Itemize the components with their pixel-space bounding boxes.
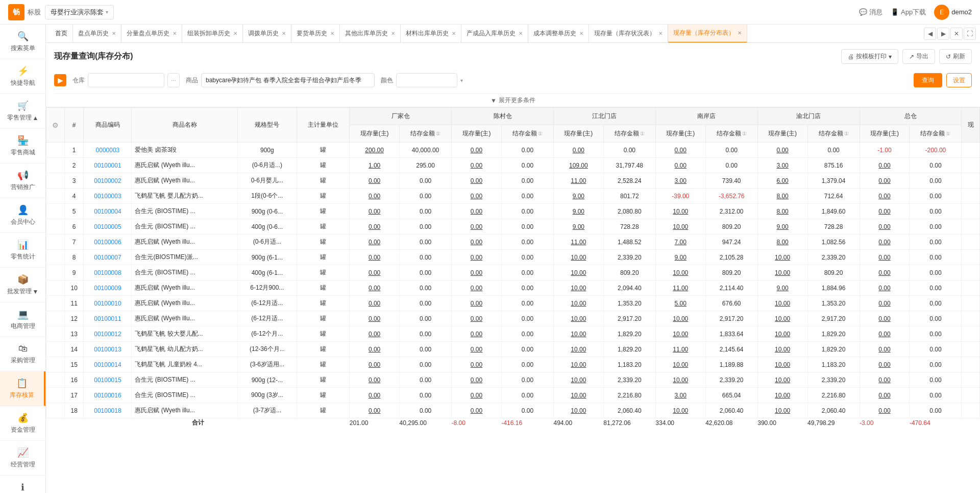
row-cm-qty: 0.00 [452,342,502,357]
table-row: 3 00100002 惠氏启赋 (Wyeth illu... 0-6月婴儿...… [46,173,980,189]
row-fac-qty: 0.00 [350,173,400,189]
top-bar-right: 💬 消息 📱 App下载 E demo2 [859,5,972,20]
tab-prev-btn[interactable]: ◀ [924,28,936,40]
refresh-btn[interactable]: ↺ 刷新 [939,49,972,64]
row-total-qty: 0.00 [860,234,910,250]
print-btn[interactable]: 🖨 按模板打印 ▾ [841,49,898,64]
sidebar-item-retail-stat[interactable]: 📊 零售统计 [0,233,45,268]
settings-button[interactable]: 设置 [946,73,972,87]
product-input[interactable] [201,73,375,87]
gear-icon[interactable]: ⚙ [52,121,59,129]
warehouse-input[interactable] [88,73,164,87]
row-name: 飞鹤星飞帆 较大婴儿配... [132,326,237,342]
summary-fac-amt: 40,295.00 [400,418,452,428]
row-code: 00100012 [84,326,132,342]
tab-order-history[interactable]: 要货单历史 ✕ [291,25,340,43]
close-icon[interactable]: ✕ [658,31,663,36]
sidebar-item-label: 快捷导航 [11,79,35,87]
app-download-btn[interactable]: 📱 App下载 [891,8,926,17]
sidebar-item-search[interactable]: 🔍 搜索英单 [0,25,45,59]
close-icon[interactable]: ✕ [579,31,583,36]
row-name: 飞鹤星飞帆 幼儿配方奶... [132,342,237,357]
sidebar-item-member[interactable]: 👤 会员中心 [0,198,45,233]
row-na-amt: 809.20 [705,219,757,234]
row-settings [46,403,65,418]
info-icon: ① [538,131,543,136]
product-field: 商品 [186,73,375,87]
sidebar-item-retail-shop[interactable]: 🏪 零售商城 [0,129,45,163]
tab-product-in-history[interactable]: 产成品入库单历史 ✕ [461,25,528,43]
user-profile[interactable]: E demo2 [934,5,972,20]
close-icon[interactable]: ✕ [519,31,523,36]
row-current [962,388,980,403]
close-icon[interactable]: ✕ [452,31,456,36]
row-settings [46,388,65,403]
row-no: 8 [65,250,84,265]
sidebar-item-wholesale[interactable]: 📦 批发管理 ▼ [0,268,45,302]
tab-assembly-history[interactable]: 组装拆卸单历史 ✕ [182,25,243,43]
row-unit: 罐 [297,173,349,189]
row-na-qty: 7.00 [655,234,705,250]
expand-more-btn[interactable]: ▼ 展开更多条件 [54,93,972,107]
row-cm-qty: 0.00 [452,357,502,372]
sidebar-item-shortcut[interactable]: ⚡ 快捷导航 [0,59,45,94]
sidebar-item-ecommerce[interactable]: 💻 电商管理 [0,302,45,337]
query-button[interactable]: 查询 [914,73,942,87]
tab-expand-btn[interactable]: ⛶ [964,28,976,40]
col-fac-amt: 结存金额① [400,125,452,143]
close-icon[interactable]: ✕ [391,31,395,36]
tab-spot-history[interactable]: 盘点单历史 ✕ [73,25,121,43]
row-code: 00100018 [84,403,132,418]
row-fac-amt: 0.00 [400,372,452,388]
row-settings [46,280,65,296]
tab-material-out-history[interactable]: 材料出库单历史 ✕ [401,25,461,43]
row-spec: (3-6岁适用... [237,357,297,372]
table-row: 18 00100018 惠氏启赋 (Wyeth illu... (3-7岁适..… [46,403,980,418]
close-icon[interactable]: ✕ [330,31,334,36]
tab-cost-adjust-history[interactable]: 成本调整单历史 ✕ [528,25,589,43]
tab-transfer-history[interactable]: 调拨单历史 ✕ [243,25,291,43]
tab-category-history[interactable]: 分量盘点单历史 ✕ [121,25,182,43]
row-total-amt: 0.00 [910,403,962,418]
tab-home[interactable]: 首页 [50,25,73,43]
tab-next-btn[interactable]: ▶ [937,28,949,40]
sidebar-item-basic[interactable]: ℹ 基础信息 [0,476,45,493]
row-settings [46,143,65,158]
export-btn[interactable]: ↗ 导出 [902,49,935,64]
row-jb-amt: 2,528.24 [603,173,655,189]
color-input[interactable] [396,73,457,87]
tab-stock-dist[interactable]: 现存量（库存分布表） ✕ [668,25,747,43]
warehouse-dots-btn[interactable]: ··· [167,73,180,87]
row-total-qty: 0.00 [860,219,910,234]
close-icon[interactable]: ✕ [112,31,116,36]
tab-stock-status[interactable]: 现存量（库存状况表） ✕ [589,25,668,43]
sidebar-item-operations[interactable]: 📈 经营管理 [0,441,45,476]
col-group-yb: 渝北门店 [757,108,860,125]
tab-close-btn[interactable]: ✕ [950,28,963,40]
expand-collapse-btn[interactable]: ▶ [54,74,66,86]
close-icon[interactable]: ✕ [282,31,286,36]
close-icon[interactable]: ✕ [173,31,177,36]
tab-other-out-history[interactable]: 其他出库单历史 ✕ [340,25,401,43]
row-yb-amt: 1,183.20 [807,357,860,372]
messages-btn[interactable]: 💬 消息 [859,8,883,17]
sidebar-item-inventory[interactable]: 📋 库存核算 [0,371,45,406]
row-unit: 罐 [297,250,349,265]
store-selector[interactable]: 母婴行业演示陈套 ▾ [45,5,114,19]
sidebar-item-marketing[interactable]: 📢 营销推广 [0,163,45,198]
sidebar-item-purchase[interactable]: 🛍 采购管理 [0,337,45,371]
row-unit: 罐 [297,403,349,418]
close-icon[interactable]: ✕ [738,30,742,36]
sidebar-item-retail[interactable]: 🛒 零售管理 ▲ [0,94,45,129]
row-total-amt: 0.00 [910,250,962,265]
row-no: 11 [65,296,84,311]
sidebar-item-finance[interactable]: 💰 资金管理 [0,406,45,441]
table-area[interactable]: ⚙ # 商品编码 商品名称 规格型号 主计量单位 厂家仓 陈村仓 江北门店 南岸… [46,107,980,493]
close-icon[interactable]: ✕ [233,31,237,36]
row-unit: 罐 [297,158,349,173]
search-icon: 🔍 [17,31,29,42]
row-yb-qty: 10.00 [757,372,807,388]
row-settings [46,234,65,250]
row-name: 合生元(BIOSTIME)派... [132,250,237,265]
row-yb-qty: 10.00 [757,265,807,280]
